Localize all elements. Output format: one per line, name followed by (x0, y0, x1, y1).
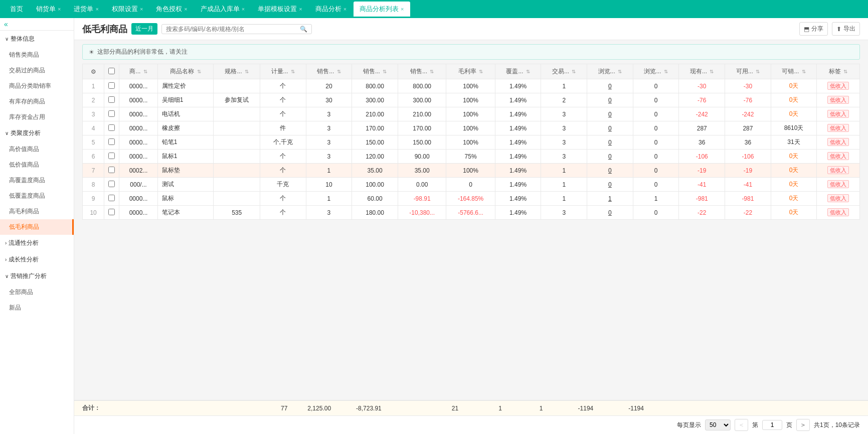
view1-link[interactable]: 0 (608, 181, 612, 188)
sidebar-item-traded-products[interactable]: 交易过的商品 (0, 63, 74, 78)
row-checkbox[interactable] (108, 124, 115, 131)
row-checkbox[interactable] (108, 153, 115, 159)
row-checkbox[interactable] (108, 96, 115, 103)
sidebar-group-overall[interactable]: ∨ 整体信息 (0, 31, 74, 47)
close-icon[interactable]: × (401, 6, 404, 12)
sidebar-item-all-products[interactable]: 全部商品 (0, 284, 74, 300)
col-coverage[interactable]: 覆盖... ⇅ (495, 64, 541, 79)
view1-link[interactable]: 0 (608, 209, 612, 216)
next-page-button[interactable]: ＞ (796, 419, 810, 431)
sidebar-item-low-coverage[interactable]: 低覆盖度商品 (0, 188, 74, 204)
search-input[interactable] (166, 26, 300, 33)
sidebar-group-growth[interactable]: › 成长性分析 (0, 251, 74, 268)
cell-saleable: 31天 (771, 135, 817, 150)
sidebar-item-low-value[interactable]: 低价值商品 (0, 157, 74, 173)
nav-purchase-order[interactable]: 进货单 × (68, 2, 104, 17)
per-page-label: 每页显示 (677, 421, 701, 429)
nav-permission[interactable]: 权限设置 × (106, 2, 149, 17)
sidebar-item-sales-products[interactable]: 销售类商品 (0, 47, 74, 63)
view1-link[interactable]: 0 (608, 167, 612, 174)
nav-product-analysis[interactable]: 商品分析 × (309, 2, 353, 17)
col-tag[interactable]: 标签 ⇅ (817, 64, 860, 79)
col-trade[interactable]: 交易... ⇅ (541, 64, 587, 79)
view1-link[interactable]: 0 (608, 83, 612, 90)
cell-view1[interactable]: 0 (587, 79, 633, 93)
export-button[interactable]: ⬆ 导出 (832, 22, 860, 36)
select-all-checkbox[interactable] (108, 68, 115, 74)
nav-template-setting[interactable]: 单据模板设置 × (252, 2, 308, 17)
cell-view1[interactable]: 0 (587, 178, 633, 192)
close-icon[interactable]: × (95, 6, 98, 12)
sidebar-item-stock-capital[interactable]: 库存资金占用 (0, 109, 74, 125)
sidebar-group-liquidity[interactable]: › 流通性分析 (0, 235, 74, 251)
col-name[interactable]: 商品名称 ⇅ (157, 64, 214, 79)
view1-link[interactable]: 0 (608, 125, 612, 132)
view1-link[interactable]: 0 (608, 111, 612, 118)
col-usable[interactable]: 可用... ⇅ (725, 64, 771, 79)
view1-link[interactable]: 0 (608, 139, 612, 146)
nav-role-auth[interactable]: 角色授权 × (150, 2, 193, 17)
cell-view1[interactable]: 0 (587, 93, 633, 107)
sidebar-item-category-sales-rate[interactable]: 商品分类助销率 (0, 78, 74, 94)
view1-link[interactable]: 1 (608, 195, 612, 202)
close-icon[interactable]: × (343, 6, 346, 12)
footer-sales3-total: -8,723.91 (356, 405, 382, 412)
nav-product-analysis-list[interactable]: 商品分析列表 × (354, 2, 410, 17)
close-icon[interactable]: × (299, 6, 302, 12)
view1-link[interactable]: 0 (608, 153, 612, 160)
sidebar-item-high-coverage[interactable]: 高覆盖度商品 (0, 173, 74, 188)
table-row: 70002...鼠标垫个135.0035.00100%1.49%100-19-1… (83, 164, 860, 178)
sort-icon: ⇅ (479, 69, 483, 74)
cell-spec: 参加复试 (214, 93, 260, 107)
nav-home[interactable]: 首页 (4, 2, 29, 17)
cell-spec (214, 164, 260, 178)
row-checkbox[interactable] (108, 181, 115, 187)
close-icon[interactable]: × (140, 6, 143, 12)
table-header-row: ⚙ 商... ⇅ 商品名称 ⇅ 规格... ⇅ 计量... ⇅ 销售... ⇅ … (83, 64, 860, 79)
time-filter-button[interactable]: 近一月 (131, 23, 157, 35)
sidebar-item-low-margin[interactable]: 低毛利商品 (0, 219, 74, 235)
col-gross-rate[interactable]: 毛利率 ⇅ (446, 64, 495, 79)
row-checkbox[interactable] (108, 138, 115, 145)
row-checkbox[interactable] (108, 82, 115, 89)
prev-page-button[interactable]: ＜ (735, 419, 748, 431)
col-sales2[interactable]: 销售... ⇅ (352, 64, 398, 79)
cell-view1[interactable]: 0 (587, 206, 633, 220)
col-view2[interactable]: 浏览... ⇅ (633, 64, 679, 79)
sidebar-item-new-products[interactable]: 新品 (0, 300, 74, 316)
page-number-input[interactable] (762, 420, 782, 430)
col-view1[interactable]: 浏览... ⇅ (587, 64, 633, 79)
col-unit[interactable]: 计量... ⇅ (260, 64, 306, 79)
sidebar-group-marketing[interactable]: ∨ 营销推广分析 (0, 268, 74, 284)
row-checkbox[interactable] (108, 110, 115, 117)
sidebar-item-high-value[interactable]: 高价值商品 (0, 141, 74, 157)
col-current[interactable]: 现有... ⇅ (679, 64, 725, 79)
col-sales3[interactable]: 销售... ⇅ (398, 64, 446, 79)
share-button[interactable]: ⬒ 分享 (799, 22, 828, 36)
col-settings[interactable]: ⚙ (83, 64, 104, 79)
per-page-select[interactable]: 50 100 200 (705, 419, 731, 430)
nav-sales-order[interactable]: 销货单 × (30, 2, 67, 17)
sidebar-item-stock-products[interactable]: 有库存的商品 (0, 94, 74, 109)
sidebar-item-high-margin[interactable]: 高毛利商品 (0, 204, 74, 219)
close-icon[interactable]: × (184, 6, 187, 12)
nav-product-inbound[interactable]: 产成品入库单 × (195, 2, 251, 17)
cell-view1[interactable]: 0 (587, 150, 633, 164)
cell-view1[interactable]: 0 (587, 121, 633, 135)
sidebar-collapse-button[interactable]: « (4, 20, 8, 28)
cell-view1[interactable]: 0 (587, 135, 633, 150)
view1-link[interactable]: 0 (608, 97, 612, 104)
sidebar-group-cluster[interactable]: ∨ 类聚度分析 (0, 125, 74, 141)
col-spec[interactable]: 规格... ⇅ (214, 64, 260, 79)
close-icon[interactable]: × (242, 6, 245, 12)
col-code[interactable]: 商... ⇅ (119, 64, 158, 79)
row-checkbox[interactable] (108, 209, 115, 215)
cell-view1[interactable]: 0 (587, 107, 633, 121)
cell-view1[interactable]: 1 (587, 192, 633, 206)
close-icon[interactable]: × (58, 6, 61, 12)
row-checkbox[interactable] (108, 195, 115, 201)
row-checkbox[interactable] (108, 167, 115, 173)
col-saleable[interactable]: 可销... ⇅ (771, 64, 817, 79)
col-sales1[interactable]: 销售... ⇅ (306, 64, 352, 79)
cell-view1[interactable]: 0 (587, 164, 633, 178)
